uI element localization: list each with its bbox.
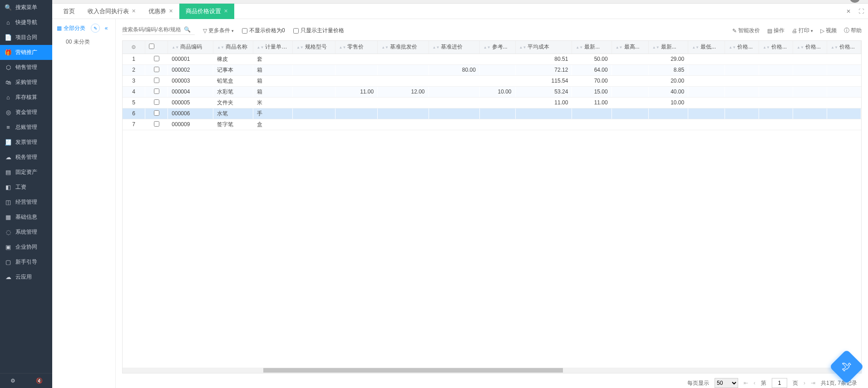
category-node[interactable]: 00 未分类 bbox=[52, 33, 115, 46]
col-header-1[interactable] bbox=[145, 41, 168, 54]
nav-label: 搜索菜单 bbox=[15, 4, 37, 11]
col-header-18[interactable]: ▲▼价格... bbox=[827, 41, 861, 54]
fullscreen-icon[interactable]: ⛶ bbox=[857, 7, 865, 15]
tab-0[interactable]: 首页 bbox=[57, 4, 81, 19]
col-header-17[interactable]: ▲▼价格... bbox=[793, 41, 827, 54]
col-header-15[interactable]: ▲▼价格... bbox=[725, 41, 759, 54]
tab-2[interactable]: 优惠券✕ bbox=[142, 4, 179, 19]
col-header-12[interactable]: ▲▼最高... bbox=[612, 41, 648, 54]
collapse-left-icon[interactable]: « bbox=[102, 24, 111, 33]
sidebar-item-16[interactable]: ▣企业协同 bbox=[0, 240, 52, 255]
col-header-4[interactable]: ▲▼计量单位... bbox=[253, 41, 292, 54]
horizontal-scrollbar[interactable] bbox=[123, 368, 861, 373]
search-icon[interactable]: 🔍 bbox=[184, 26, 191, 33]
col-header-0[interactable]: ⚙ bbox=[123, 41, 145, 54]
sidebar-item-6[interactable]: ⌂库存核算 bbox=[0, 90, 52, 105]
table-row[interactable]: 2000002记事本箱80.0072.1264.008.85 bbox=[123, 64, 861, 75]
tab-3[interactable]: 商品价格设置✕ bbox=[179, 4, 234, 19]
col-header-16[interactable]: ▲▼价格... bbox=[759, 41, 793, 54]
tab-1[interactable]: 收入合同执行表✕ bbox=[81, 4, 142, 19]
nav-icon: 🎁 bbox=[5, 49, 12, 56]
video-button[interactable]: ▷ 视频 bbox=[820, 27, 837, 34]
col-header-6[interactable]: ▲▼零售价 bbox=[335, 41, 378, 54]
avatar[interactable] bbox=[850, 0, 860, 3]
table-row[interactable]: 5000005文件夹米11.0011.0010.00 bbox=[123, 97, 861, 108]
sidebar-item-10[interactable]: ☁税务管理 bbox=[0, 150, 52, 165]
help-button[interactable]: ⓘ 帮助 bbox=[844, 27, 862, 34]
row-checkbox[interactable] bbox=[154, 121, 159, 127]
nav-label: 经营管理 bbox=[15, 198, 37, 206]
tab-close-icon[interactable]: ✕ bbox=[132, 8, 136, 14]
table-row[interactable]: 6000006水笔手 bbox=[123, 108, 861, 119]
tab-close-icon[interactable]: ✕ bbox=[169, 8, 173, 14]
sound-icon[interactable]: 🔇 bbox=[26, 373, 53, 388]
perpage-select[interactable]: 50 bbox=[715, 378, 738, 388]
col-header-5[interactable]: ▲▼规格型号 bbox=[292, 41, 335, 54]
page-next-icon[interactable]: › bbox=[804, 380, 805, 386]
nav-label: 新手引导 bbox=[15, 258, 37, 266]
nav-label: 税务管理 bbox=[15, 153, 37, 161]
col-header-7[interactable]: ▲▼基准批发价 bbox=[378, 41, 429, 54]
more-conditions[interactable]: ▽更多条件▾ bbox=[203, 27, 234, 34]
tab-close-icon[interactable]: ✕ bbox=[224, 8, 228, 14]
table-row[interactable]: 4000004水彩笔箱11.0012.0010.0053.2415.0040.0… bbox=[123, 86, 861, 97]
smart-price-button[interactable]: ✎ 智能改价 bbox=[732, 27, 760, 34]
nav-icon: 🔍 bbox=[5, 4, 12, 11]
sidebar-item-9[interactable]: 🧾发票管理 bbox=[0, 135, 52, 150]
edit-icon[interactable]: ✎ bbox=[91, 24, 100, 33]
row-checkbox[interactable] bbox=[154, 56, 159, 61]
page-last-icon[interactable]: ⇥ bbox=[811, 380, 815, 386]
pager: 每页显示 50 ⇤ ‹ 第 页 › ⇥ 共1页, 7条记录 bbox=[116, 373, 868, 388]
col-header-8[interactable]: ▲▼基准进价 bbox=[429, 41, 479, 54]
nav-icon: 🛍 bbox=[5, 79, 12, 86]
pager-summary: 共1页, 7条记录 bbox=[821, 379, 857, 387]
page-first-icon[interactable]: ⇤ bbox=[744, 380, 748, 386]
sidebar-item-0[interactable]: 🔍搜索菜单 bbox=[0, 0, 52, 15]
sidebar-item-18[interactable]: ☁云应用 bbox=[0, 270, 52, 285]
category-pane: ▦ 全部分类 ✎ « 00 未分类 bbox=[52, 19, 116, 388]
row-checkbox[interactable] bbox=[154, 67, 159, 72]
col-header-2[interactable]: ▲▼商品编码 bbox=[168, 41, 213, 54]
tab-close-icon[interactable]: ✕ bbox=[844, 7, 853, 15]
hide-zero-checkbox[interactable]: 不显示价格为0 bbox=[242, 27, 285, 34]
sidebar-item-15[interactable]: ◌系统管理 bbox=[0, 225, 52, 240]
sidebar-item-3[interactable]: 🎁营销推广 bbox=[0, 45, 52, 60]
print-button[interactable]: 🖨 打印 ▾ bbox=[792, 27, 813, 34]
sidebar-item-7[interactable]: ◎资金管理 bbox=[0, 105, 52, 120]
col-header-10[interactable]: ▲▼平均成本 bbox=[515, 41, 572, 54]
sidebar-item-12[interactable]: ◧工资 bbox=[0, 180, 52, 195]
search-input[interactable] bbox=[122, 26, 181, 33]
sidebar-item-5[interactable]: 🛍采购管理 bbox=[0, 75, 52, 90]
nav-icon: ▦ bbox=[5, 214, 12, 221]
operations-button[interactable]: ▤ 操作 bbox=[767, 27, 784, 34]
table-row[interactable]: 7000009签字笔盒 bbox=[123, 119, 861, 130]
col-header-13[interactable]: ▲▼最新... bbox=[648, 41, 688, 54]
page-input[interactable] bbox=[772, 378, 787, 388]
sidebar-item-4[interactable]: ⬡销售管理 bbox=[0, 60, 52, 75]
category-all[interactable]: 全部分类 bbox=[64, 25, 85, 32]
nav-icon: ▤ bbox=[5, 169, 12, 176]
row-checkbox[interactable] bbox=[154, 99, 159, 105]
settings-icon[interactable]: ⚙ bbox=[0, 373, 26, 388]
col-header-9[interactable]: ▲▼参考... bbox=[479, 41, 515, 54]
row-checkbox[interactable] bbox=[154, 78, 159, 83]
col-header-11[interactable]: ▲▼最新... bbox=[572, 41, 612, 54]
sidebar-item-8[interactable]: ≡总账管理 bbox=[0, 120, 52, 135]
col-header-3[interactable]: ▲▼商品名称 bbox=[213, 41, 253, 54]
sidebar-item-1[interactable]: ⌂快捷导航 bbox=[0, 15, 52, 30]
row-checkbox[interactable] bbox=[154, 110, 159, 116]
select-all-checkbox[interactable] bbox=[149, 44, 154, 49]
table-row[interactable]: 3000003铅笔盒箱115.5470.0020.00 bbox=[123, 75, 861, 86]
page-prev-icon[interactable]: ‹ bbox=[754, 380, 755, 386]
sidebar-item-14[interactable]: ▦基础信息 bbox=[0, 210, 52, 225]
sidebar-item-13[interactable]: ◫经营管理 bbox=[0, 195, 52, 210]
sidebar-item-17[interactable]: ▢新手引导 bbox=[0, 255, 52, 270]
nav-icon: ◫ bbox=[5, 199, 12, 206]
nav-label: 项目合同 bbox=[15, 34, 37, 41]
main-unit-checkbox[interactable]: 只显示主计量价格 bbox=[293, 27, 344, 34]
col-header-14[interactable]: ▲▼最低... bbox=[688, 41, 725, 54]
table-row[interactable]: 1000001橡皮套80.5150.0029.00 bbox=[123, 54, 861, 64]
row-checkbox[interactable] bbox=[154, 88, 159, 94]
sidebar-item-11[interactable]: ▤固定资产 bbox=[0, 165, 52, 180]
sidebar-item-2[interactable]: 📄项目合同 bbox=[0, 30, 52, 45]
